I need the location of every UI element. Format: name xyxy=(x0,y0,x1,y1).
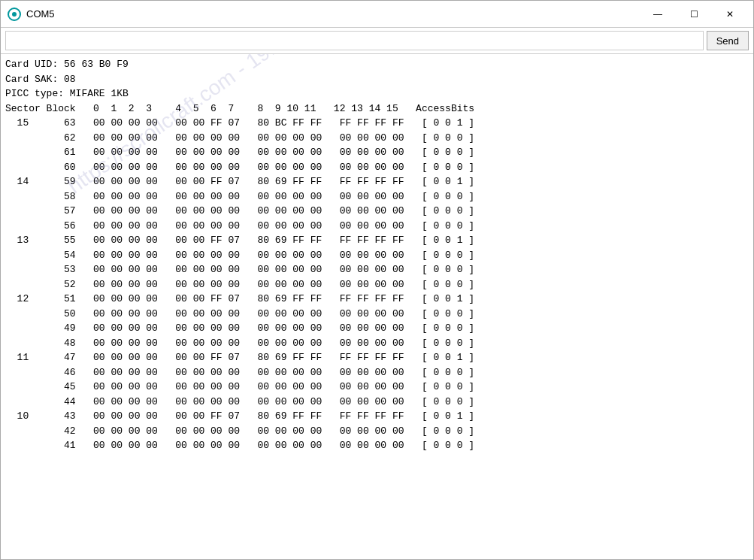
window-title: COM5 xyxy=(26,8,640,20)
svg-point-1 xyxy=(12,12,17,17)
maximize-button[interactable]: ☐ xyxy=(677,3,711,26)
output-text: Card UID: 56 63 B0 F9 Card SAK: 08 PICC … xyxy=(5,57,749,453)
serial-output[interactable]: https://scrollcraft.com - 19:12 Card UID… xyxy=(1,54,753,559)
title-bar: COM5 — ☐ ✕ xyxy=(1,1,753,28)
app-icon xyxy=(7,7,22,22)
close-button[interactable]: ✕ xyxy=(713,3,747,26)
window-controls: — ☐ ✕ xyxy=(640,3,747,26)
serial-input[interactable] xyxy=(5,31,704,50)
send-button[interactable]: Send xyxy=(707,31,749,50)
minimize-button[interactable]: — xyxy=(640,3,675,26)
main-window: COM5 — ☐ ✕ Send https://scrollcraft.com … xyxy=(0,0,754,560)
toolbar: Send xyxy=(1,28,753,54)
